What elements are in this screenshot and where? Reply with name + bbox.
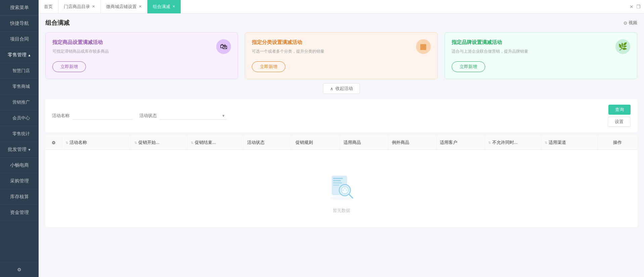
th-sort-icon: ⇅ bbox=[191, 141, 193, 145]
tab-store-catalog[interactable]: 门店商品目录 ✕ bbox=[58, 0, 101, 13]
th-sort-icon: ⇅ bbox=[134, 141, 137, 145]
sidebar-item-retail-stats[interactable]: 零售统计 bbox=[0, 126, 39, 142]
th-label: 操作 bbox=[613, 140, 622, 146]
svg-point-10 bbox=[342, 189, 343, 190]
sidebar-item-purchase-mgmt[interactable]: 采购管理 bbox=[0, 173, 39, 189]
svg-rect-2 bbox=[333, 178, 343, 179]
svg-rect-4 bbox=[333, 182, 342, 183]
gear-icon: ⚙ bbox=[17, 267, 21, 272]
th-label: 活动名称 bbox=[70, 140, 87, 146]
th-promo-start[interactable]: ⇅ 促销开始... bbox=[131, 135, 187, 150]
chevron-down-icon: ▼ bbox=[28, 148, 31, 152]
activity-status-select-wrap: ▼ bbox=[159, 112, 227, 120]
close-window-icon[interactable]: ✕ bbox=[630, 4, 634, 9]
th-promo-rule: 促销规则 bbox=[292, 135, 340, 150]
th-sort-icon: ⇅ bbox=[545, 141, 547, 145]
goods-promo-card: 🛍 指定商品设置满减活动 可指定滞销商品或库存较多商品 立即新增 bbox=[45, 32, 238, 79]
activity-status-label: 活动状态 bbox=[139, 113, 157, 119]
svg-point-7 bbox=[341, 186, 349, 194]
sidebar-item-label: 采购管理 bbox=[10, 178, 29, 184]
sidebar-item-smart-store[interactable]: 智慧门店 bbox=[0, 63, 39, 79]
th-activity-status: 活动状态 bbox=[244, 135, 292, 150]
sidebar-item-wholesale-mgmt[interactable]: 批发管理 ▼ bbox=[0, 142, 39, 158]
sidebar-item-label: 批发管理 bbox=[8, 147, 27, 153]
goods-card-icon: 🛍 bbox=[216, 39, 231, 54]
main-content: 首页 门店商品目录 ✕ 微商城店铺设置 ✕ 组合满减 ✕ ✕ ❐ 组合满减 ⊙ … bbox=[39, 0, 644, 277]
svg-point-11 bbox=[346, 189, 347, 190]
th-label: 适用渠道 bbox=[549, 140, 566, 146]
th-label: 例外商品 bbox=[392, 140, 409, 146]
svg-point-0 bbox=[330, 196, 353, 200]
chevron-up-icon: ▲ bbox=[28, 53, 31, 57]
sidebar-item-label: 项目合同 bbox=[10, 36, 29, 42]
sidebar-item-xiao-ecom[interactable]: 小畅电商 bbox=[0, 158, 39, 173]
query-button[interactable]: 查询 bbox=[608, 105, 631, 115]
sidebar-item-label: 库存核算 bbox=[10, 194, 29, 200]
tab-combo-discount[interactable]: 组合满减 ✕ bbox=[147, 0, 181, 13]
goods-card-title: 指定商品设置满减活动 bbox=[52, 39, 231, 46]
th-exception-goods: 例外商品 bbox=[388, 135, 437, 150]
sidebar-item-marketing[interactable]: 营销推广 bbox=[0, 95, 39, 110]
filter-row: 活动名称 活动状态 ▼ 查询 设置 bbox=[45, 99, 637, 132]
settings-icon: ⚙ bbox=[52, 140, 56, 145]
tab-store-catalog-label: 门店商品目录 bbox=[64, 4, 90, 10]
sidebar-item-label: 资金管理 bbox=[10, 210, 29, 216]
video-link[interactable]: ⊙ 视频 bbox=[624, 20, 637, 26]
th-applicable-channel[interactable]: ⇅ 适用渠道 bbox=[541, 135, 598, 150]
svg-rect-3 bbox=[333, 180, 341, 181]
th-settings[interactable]: ⚙ bbox=[45, 136, 62, 149]
tab-wechat-settings[interactable]: 微商城店铺设置 ✕ bbox=[101, 0, 147, 13]
sidebar-item-retail-mall[interactable]: 零售商城 bbox=[0, 79, 39, 95]
sidebar-search[interactable]: 搜索菜单 bbox=[0, 0, 39, 16]
activity-status-field: 活动状态 ▼ bbox=[139, 112, 227, 120]
video-label: 视频 bbox=[629, 20, 637, 26]
category-card-add-btn[interactable]: 立即新增 bbox=[252, 61, 285, 72]
activity-status-select[interactable] bbox=[159, 112, 227, 120]
th-label: 不允许同时... bbox=[492, 140, 518, 146]
th-promo-end[interactable]: ⇅ 促销结束... bbox=[187, 135, 244, 150]
restore-window-icon[interactable]: ❐ bbox=[636, 4, 641, 9]
svg-point-9 bbox=[344, 188, 345, 189]
brand-card-add-btn[interactable]: 立即新增 bbox=[452, 61, 485, 72]
sidebar-item-label: 零售商城 bbox=[12, 84, 30, 90]
bag-icon: 🛍 bbox=[220, 42, 227, 51]
close-icon[interactable]: ✕ bbox=[92, 4, 95, 9]
collapse-activity-btn[interactable]: ∧ 收起活动 bbox=[323, 83, 360, 94]
brand-promo-card: 🌿 指定品牌设置满减活动 适合与上游企业联合做营销，提升品牌销量 立即新增 bbox=[445, 32, 637, 79]
sidebar-item-label: 智慧门店 bbox=[12, 68, 30, 74]
activity-name-input[interactable] bbox=[72, 112, 133, 120]
sidebar-item-label: 营销推广 bbox=[12, 99, 30, 105]
sidebar-item-finance-mgmt[interactable]: 资金管理 bbox=[0, 205, 39, 221]
activity-name-label: 活动名称 bbox=[52, 113, 70, 119]
th-activity-name[interactable]: ⇅ 活动名称 bbox=[62, 135, 131, 150]
chevron-up-icon: ∧ bbox=[330, 86, 333, 91]
sidebar-item-label: 零售统计 bbox=[12, 131, 30, 137]
leaf-icon: 🌿 bbox=[618, 42, 627, 51]
page-title: 组合满减 bbox=[45, 19, 70, 27]
settings-button[interactable]: 设置 bbox=[608, 117, 631, 127]
th-not-allow-concurrent[interactable]: ⇅ 不允许同时... bbox=[485, 135, 541, 150]
sidebar-item-label: 小畅电商 bbox=[10, 162, 29, 168]
cards-row: 🛍 指定商品设置满减活动 可指定滞销商品或库存较多商品 立即新增 ▦ 指定分类设… bbox=[45, 32, 637, 79]
sidebar-item-inventory-calc[interactable]: 库存核算 bbox=[0, 189, 39, 205]
goods-card-add-btn[interactable]: 立即新增 bbox=[52, 61, 86, 72]
activity-name-field: 活动名称 bbox=[52, 112, 133, 120]
page-area: 组合满减 ⊙ 视频 🛍 指定商品设置满减活动 可指定滞销商品或库存较多商品 立即… bbox=[39, 13, 644, 277]
tab-home[interactable]: 首页 bbox=[39, 0, 58, 13]
sidebar-item-retail-mgmt[interactable]: 零售管理 ▲ bbox=[0, 47, 39, 63]
collapse-label: 收起活动 bbox=[335, 86, 353, 92]
close-icon[interactable]: ✕ bbox=[172, 4, 175, 9]
th-action: 操作 bbox=[598, 135, 637, 150]
th-label: 促销结束... bbox=[195, 140, 216, 146]
sidebar-item-quick-nav[interactable]: 快捷导航 bbox=[0, 16, 39, 32]
category-promo-card: ▦ 指定分类设置满减活动 可选一个或者多个分类，提升分类的销量 立即新增 bbox=[245, 32, 438, 79]
sidebar-item-label: 会员中心 bbox=[12, 115, 30, 121]
sidebar-item-label: 快捷导航 bbox=[10, 20, 29, 26]
tab-combo-discount-label: 组合满减 bbox=[153, 4, 170, 10]
collapse-bar: ∧ 收起活动 bbox=[45, 83, 637, 94]
sidebar-settings-btn[interactable]: ⚙ bbox=[0, 262, 39, 277]
sidebar-item-member-center[interactable]: 会员中心 bbox=[0, 110, 39, 126]
close-icon[interactable]: ✕ bbox=[139, 4, 142, 9]
brand-card-title: 指定品牌设置满减活动 bbox=[452, 39, 630, 46]
sidebar-item-project-contract[interactable]: 项目合同 bbox=[0, 32, 39, 47]
